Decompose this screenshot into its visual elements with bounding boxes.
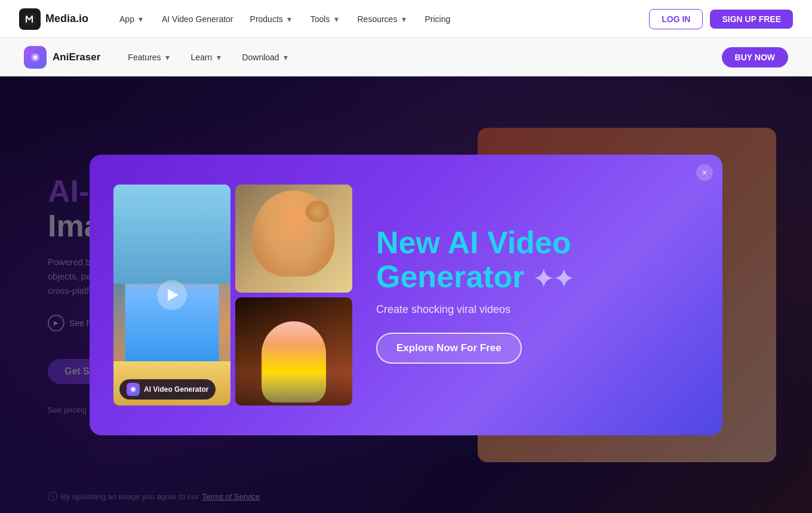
download-chevron-icon: ▾ [282,53,290,62]
subnav-download[interactable]: Download ▾ [233,48,298,67]
sparkle-icon: ✦✦ [533,266,574,292]
brand-name: AniEraser [53,51,100,63]
signup-button[interactable]: SIGN UP FREE [710,10,793,29]
sub-navigation: AniEraser Features ▾ Learn ▾ Download ▾ … [0,38,812,76]
grid-image-woman [113,185,230,406]
nav-resources[interactable]: Resources ▾ [350,10,415,29]
modal-close-button[interactable]: × [696,164,713,181]
features-chevron-icon: ▾ [164,53,172,62]
grid-image-baby [235,297,352,406]
ai-video-badge: AI Video Generator [119,379,216,400]
ai-badge-icon [127,383,140,396]
top-nav-links: App ▾ AI Video Generator Products ▾ Tool… [112,10,649,29]
logo-icon [19,8,41,30]
app-chevron-icon: ▾ [137,15,145,23]
play-button[interactable] [157,280,187,310]
modal-dialog: × [90,155,722,435]
nav-products[interactable]: Products ▾ [243,10,301,29]
nav-tools[interactable]: Tools ▾ [303,10,348,29]
hero-section: AI-Powered Image... Powered by industry-… [0,76,812,513]
subnav-learn[interactable]: Learn ▾ [183,48,232,67]
products-chevron-icon: ▾ [285,15,294,23]
modal-text-content: New AI Video Generator ✦✦ Create shockin… [376,226,699,364]
top-navigation: Media.io App ▾ AI Video Generator Produc… [0,0,812,38]
svg-point-6 [133,388,134,390]
modal-overlay[interactable]: × [0,76,812,513]
explore-now-button[interactable]: Explore Now For Free [376,333,522,364]
brand-icon [24,46,47,69]
grid-image-cat [235,185,352,293]
logo-text: Media.io [45,13,88,25]
modal-subtitle: Create shocking viral videos [376,303,699,316]
top-nav-actions: LOG IN SIGN UP FREE [649,9,793,29]
subnav-features[interactable]: Features ▾ [119,48,180,67]
sub-nav-links: Features ▾ Learn ▾ Download ▾ [119,48,721,67]
nav-pricing[interactable]: Pricing [417,10,457,29]
play-triangle-icon [168,289,179,301]
ai-badge-text: AI Video Generator [144,385,208,394]
nav-app[interactable]: App ▾ [112,10,152,29]
brand-area[interactable]: AniEraser [24,46,100,69]
login-button[interactable]: LOG IN [649,9,703,29]
modal-title: New AI Video Generator ✦✦ [376,226,699,294]
nav-ai-video-generator[interactable]: AI Video Generator [155,10,241,29]
buy-now-button[interactable]: BUY NOW [722,47,788,67]
logo[interactable]: Media.io [19,8,88,30]
svg-point-3 [34,56,36,59]
resources-chevron-icon: ▾ [399,15,408,23]
tools-chevron-icon: ▾ [332,15,340,23]
modal-image-grid: AI Video Generator [113,185,352,406]
learn-chevron-icon: ▾ [214,53,223,62]
